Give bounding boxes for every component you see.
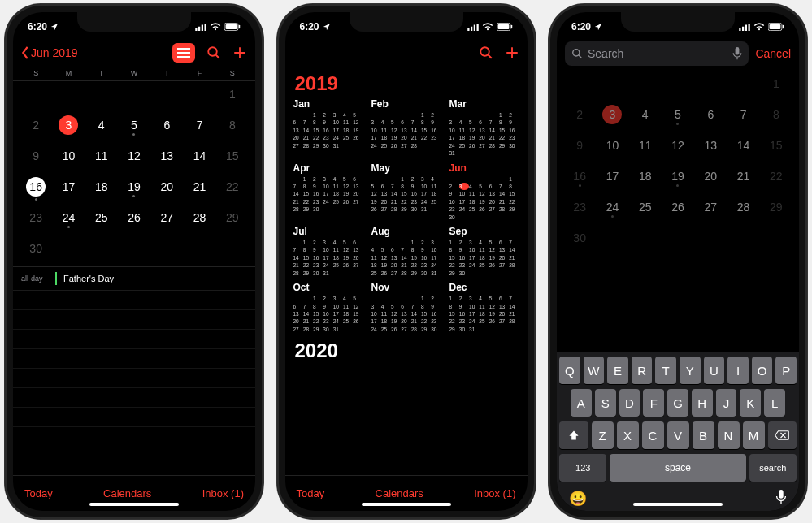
- key-u[interactable]: U: [704, 357, 725, 384]
- key-r[interactable]: R: [632, 357, 653, 384]
- day-cell[interactable]: 23: [20, 205, 52, 236]
- key-i[interactable]: I: [727, 357, 749, 384]
- list-view-button[interactable]: [172, 43, 195, 63]
- day-cell[interactable]: 6: [150, 112, 183, 143]
- day-cell[interactable]: 15: [216, 143, 249, 174]
- day-cell[interactable]: 5: [662, 102, 694, 132]
- search-button[interactable]: [479, 45, 493, 60]
- key-b[interactable]: B: [693, 421, 714, 449]
- day-cell[interactable]: 10: [596, 132, 628, 163]
- day-cell[interactable]: 2: [563, 102, 596, 132]
- day-cell[interactable]: 19: [118, 174, 150, 205]
- day-cell[interactable]: 27: [694, 194, 727, 225]
- day-cell[interactable]: 28: [727, 194, 759, 225]
- day-cell[interactable]: 18: [85, 174, 118, 205]
- dictation-key[interactable]: [775, 490, 787, 504]
- mini-month[interactable]: Apr0123456789101112131415161718192021222…: [293, 162, 363, 222]
- day-cell[interactable]: 21: [183, 174, 215, 205]
- mini-month[interactable]: Mar0000012345678910111213141516171819202…: [449, 98, 519, 158]
- home-indicator[interactable]: [633, 503, 723, 506]
- back-button[interactable]: Jun 2019: [21, 46, 78, 59]
- search-button[interactable]: [206, 45, 221, 60]
- mini-month[interactable]: Aug0000123456789101112131415161718192021…: [371, 226, 441, 277]
- day-cell[interactable]: 18: [629, 163, 662, 194]
- event-row[interactable]: all-day Father's Day: [13, 267, 255, 291]
- key-o[interactable]: O: [752, 357, 773, 384]
- key-h[interactable]: H: [692, 389, 713, 417]
- key-p[interactable]: P: [775, 357, 797, 384]
- key-m[interactable]: M: [743, 421, 765, 449]
- key-s[interactable]: S: [595, 389, 616, 417]
- day-cell[interactable]: 22: [216, 174, 249, 205]
- emoji-key[interactable]: 😀: [569, 490, 587, 508]
- day-cell[interactable]: 29: [216, 205, 249, 236]
- key-c[interactable]: C: [642, 421, 664, 449]
- day-cell[interactable]: 25: [85, 205, 118, 236]
- day-cell[interactable]: 20: [694, 163, 727, 194]
- mini-month[interactable]: May0001234567891011121314151617181920212…: [371, 162, 441, 222]
- day-cell[interactable]: 16: [20, 174, 52, 205]
- day-cell[interactable]: 28: [183, 205, 215, 236]
- key-t[interactable]: T: [655, 357, 676, 384]
- mini-month[interactable]: Nov0000012345678910111213141516171819202…: [371, 282, 441, 333]
- cancel-button[interactable]: Cancel: [755, 47, 791, 60]
- key-j[interactable]: J: [716, 389, 737, 417]
- add-button[interactable]: [505, 45, 519, 60]
- day-cell[interactable]: 26: [118, 205, 150, 236]
- day-cell[interactable]: 27: [150, 205, 183, 236]
- day-cell[interactable]: 3: [52, 112, 85, 143]
- day-cell[interactable]: 8: [216, 112, 249, 143]
- day-cell[interactable]: 7: [727, 102, 759, 132]
- inbox-button[interactable]: Inbox (1): [474, 487, 515, 499]
- search-key[interactable]: search: [749, 454, 797, 482]
- day-cell[interactable]: 1: [760, 71, 792, 102]
- day-cell[interactable]: 4: [85, 112, 118, 143]
- day-cell[interactable]: 21: [727, 163, 759, 194]
- year-scroll[interactable]: 2019 Jan00123456789101112131415161718192…: [285, 67, 528, 475]
- key-n[interactable]: N: [718, 421, 740, 449]
- day-cell[interactable]: 15: [760, 132, 792, 163]
- mic-icon[interactable]: [732, 47, 742, 60]
- day-cell[interactable]: 30: [563, 225, 596, 256]
- day-cell[interactable]: 4: [629, 102, 662, 132]
- shift-key[interactable]: [559, 421, 588, 449]
- day-cell[interactable]: 24: [596, 194, 628, 225]
- key-e[interactable]: E: [607, 357, 628, 384]
- day-cell[interactable]: 6: [694, 102, 727, 132]
- day-cell[interactable]: 20: [150, 174, 183, 205]
- day-cell[interactable]: 30: [20, 236, 52, 266]
- home-indicator[interactable]: [89, 503, 179, 506]
- day-cell[interactable]: 26: [662, 194, 694, 225]
- day-cell[interactable]: 19: [662, 163, 694, 194]
- day-cell[interactable]: 12: [118, 143, 150, 174]
- day-cell[interactable]: 23: [563, 194, 596, 225]
- key-l[interactable]: L: [764, 389, 785, 417]
- key-d[interactable]: D: [619, 389, 640, 417]
- day-cell[interactable]: 7: [183, 112, 215, 143]
- calendars-button[interactable]: Calendars: [376, 487, 423, 499]
- day-cell[interactable]: 5: [118, 112, 150, 143]
- day-cell[interactable]: 22: [760, 163, 792, 194]
- mini-month[interactable]: Jul0123456789101112131415161718192021222…: [293, 226, 363, 277]
- day-cell[interactable]: 12: [662, 132, 694, 163]
- day-cell[interactable]: 29: [760, 194, 792, 225]
- today-button[interactable]: Today: [24, 487, 53, 499]
- key-y[interactable]: Y: [680, 357, 701, 384]
- key-w[interactable]: W: [584, 357, 605, 384]
- day-cell[interactable]: 25: [629, 194, 662, 225]
- mini-month[interactable]: Sep1234567891011121314151617181920212223…: [449, 226, 519, 277]
- day-cell[interactable]: 24: [52, 205, 85, 236]
- day-cell[interactable]: 9: [20, 143, 52, 174]
- key-g[interactable]: G: [667, 389, 688, 417]
- day-cell[interactable]: 8: [760, 102, 792, 132]
- day-cell[interactable]: 2: [20, 112, 52, 143]
- key-q[interactable]: Q: [559, 357, 580, 384]
- home-indicator[interactable]: [362, 503, 451, 506]
- inbox-button[interactable]: Inbox (1): [202, 487, 244, 499]
- calendars-button[interactable]: Calendars: [103, 487, 151, 499]
- day-cell[interactable]: 17: [596, 163, 628, 194]
- day-cell[interactable]: 14: [727, 132, 759, 163]
- key-k[interactable]: K: [740, 389, 761, 417]
- today-button[interactable]: Today: [297, 487, 325, 499]
- add-button[interactable]: [232, 45, 247, 60]
